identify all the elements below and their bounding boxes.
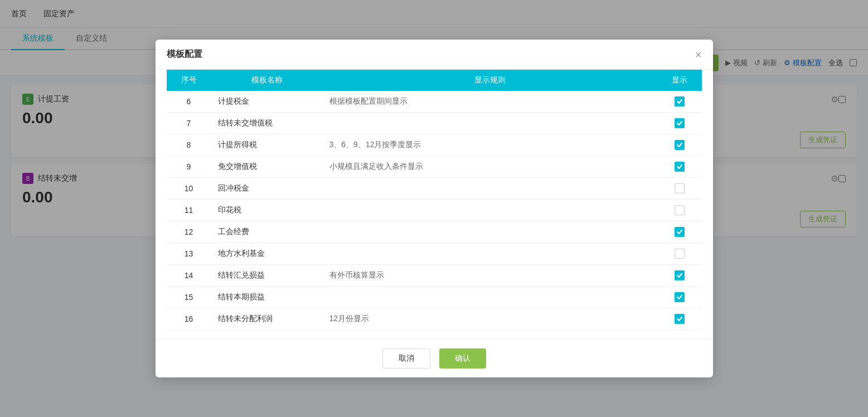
modal-title: 模板配置 — [167, 49, 202, 60]
row-13-checkbox-unchecked[interactable] — [675, 249, 685, 259]
confirm-button[interactable]: 确认 — [439, 348, 486, 368]
cell-rule — [323, 243, 657, 265]
cell-checkbox[interactable] — [657, 243, 702, 265]
table-row: 14结转汇兑损益有外币核算显示 — [167, 265, 702, 287]
cell-checkbox[interactable] — [657, 156, 702, 178]
table-row: 9免交增值税小规模且满足收入条件显示 — [167, 156, 702, 178]
cancel-button[interactable]: 取消 — [382, 348, 430, 368]
table-scroll-container[interactable]: 序号 模板名称 显示规则 显示 6计提税金根据模板配置期间显示7结转未交增值税8… — [167, 70, 702, 330]
row-16-checkbox-checked[interactable] — [675, 314, 685, 324]
cell-checkbox[interactable] — [657, 91, 702, 113]
cell-name: 地方水利基金 — [211, 243, 323, 265]
cell-rule — [323, 200, 657, 221]
cell-checkbox[interactable] — [657, 134, 702, 156]
modal-close-button[interactable]: × — [695, 49, 702, 60]
cell-no: 16 — [167, 308, 211, 330]
cell-no: 15 — [167, 287, 211, 308]
cell-no: 9 — [167, 156, 211, 178]
cell-name: 结转未分配利润 — [211, 308, 323, 330]
row-6-checkbox-checked[interactable] — [675, 96, 685, 106]
cell-checkbox[interactable] — [657, 200, 702, 221]
cell-no: 10 — [167, 178, 211, 200]
table-row: 6计提税金根据模板配置期间显示 — [167, 91, 702, 113]
row-10-checkbox-unchecked[interactable] — [675, 183, 685, 193]
col-header-show: 显示 — [657, 70, 702, 91]
config-table: 序号 模板名称 显示规则 显示 6计提税金根据模板配置期间显示7结转未交增值税8… — [167, 70, 702, 330]
cell-no: 13 — [167, 243, 211, 265]
cell-no: 8 — [167, 134, 211, 156]
cell-no: 11 — [167, 200, 211, 221]
cell-rule — [323, 221, 657, 243]
cell-name: 印花税 — [211, 200, 323, 221]
cell-name: 工会经费 — [211, 221, 323, 243]
row-8-checkbox-checked[interactable] — [675, 140, 685, 150]
cell-no: 14 — [167, 265, 211, 287]
modal-footer: 取消 确认 — [156, 339, 713, 377]
cell-name: 计提税金 — [211, 91, 323, 113]
cell-name: 免交增值税 — [211, 156, 323, 178]
cell-rule — [323, 113, 657, 134]
cell-name: 回冲税金 — [211, 178, 323, 200]
cell-rule: 12月份显示 — [323, 308, 657, 330]
row-15-checkbox-checked[interactable] — [675, 292, 685, 302]
cell-name: 结转未交增值税 — [211, 113, 323, 134]
cell-checkbox[interactable] — [657, 308, 702, 330]
table-body: 6计提税金根据模板配置期间显示7结转未交增值税8计提所得税3、6、9、12月按季… — [167, 91, 702, 330]
cell-checkbox[interactable] — [657, 265, 702, 287]
modal-template-config: 模板配置 × 序号 模板名称 显示规则 显示 6计提税金根据模板配置期间显 — [156, 40, 713, 377]
row-7-checkbox-checked[interactable] — [675, 118, 685, 128]
cell-rule: 根据模板配置期间显示 — [323, 91, 657, 113]
cell-rule: 有外币核算显示 — [323, 265, 657, 287]
col-header-no: 序号 — [167, 70, 211, 91]
cell-no: 12 — [167, 221, 211, 243]
row-11-checkbox-unchecked[interactable] — [675, 205, 685, 215]
cell-rule: 小规模且满足收入条件显示 — [323, 156, 657, 178]
cell-checkbox[interactable] — [657, 287, 702, 308]
table-row: 11印花税 — [167, 200, 702, 221]
modal-body: 序号 模板名称 显示规则 显示 6计提税金根据模板配置期间显示7结转未交增值税8… — [156, 70, 713, 339]
cell-name: 结转本期损益 — [211, 287, 323, 308]
cell-rule — [323, 178, 657, 200]
modal-overlay: 模板配置 × 序号 模板名称 显示规则 显示 6计提税金根据模板配置期间显 — [0, 0, 868, 417]
col-header-name: 模板名称 — [211, 70, 323, 91]
col-header-rule: 显示规则 — [323, 70, 657, 91]
cell-checkbox[interactable] — [657, 221, 702, 243]
table-row: 7结转未交增值税 — [167, 113, 702, 134]
table-row: 8计提所得税3、6、9、12月按季度显示 — [167, 134, 702, 156]
cell-name: 结转汇兑损益 — [211, 265, 323, 287]
table-row: 13地方水利基金 — [167, 243, 702, 265]
table-row: 10回冲税金 — [167, 178, 702, 200]
cell-rule: 3、6、9、12月按季度显示 — [323, 134, 657, 156]
cell-no: 6 — [167, 91, 211, 113]
table-header: 序号 模板名称 显示规则 显示 — [167, 70, 702, 91]
cell-checkbox[interactable] — [657, 178, 702, 200]
row-14-checkbox-checked[interactable] — [675, 270, 685, 280]
table-row: 12工会经费 — [167, 221, 702, 243]
cell-checkbox[interactable] — [657, 113, 702, 134]
table-row: 16结转未分配利润12月份显示 — [167, 308, 702, 330]
modal-header: 模板配置 × — [156, 40, 713, 70]
cell-no: 7 — [167, 113, 211, 134]
row-9-checkbox-checked[interactable] — [675, 162, 685, 172]
row-12-checkbox-checked[interactable] — [675, 227, 685, 237]
table-row: 15结转本期损益 — [167, 287, 702, 308]
cell-name: 计提所得税 — [211, 134, 323, 156]
cell-rule — [323, 287, 657, 308]
